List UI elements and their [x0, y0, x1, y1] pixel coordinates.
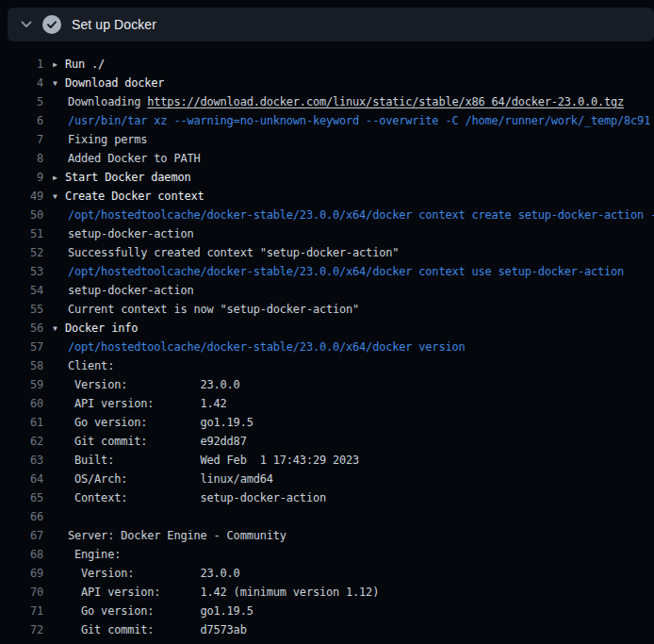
log-text: Current context is now "setup-docker-act… [53, 300, 359, 319]
line-number[interactable]: 68 [0, 545, 53, 564]
log-command-text: /usr/bin/tar xz --warning=no-unknown-key… [53, 111, 650, 130]
line-number[interactable]: 72 [0, 620, 53, 639]
chevron-down-icon[interactable] [19, 17, 34, 32]
log-text: Fixing perms [53, 130, 147, 149]
log-text: Client: [53, 356, 114, 375]
log-text: Context: setup-docker-action [53, 488, 326, 507]
line-number[interactable]: 5 [0, 92, 53, 111]
line-number[interactable]: 69 [0, 564, 53, 583]
log-text: API version: 1.42 [53, 394, 227, 413]
log-text: Go version: go1.19.5 [53, 602, 253, 620]
log-command-text: /opt/hostedtoolcache/docker-stable/23.0.… [53, 206, 654, 224]
group-expanded-icon[interactable]: ▼ [53, 320, 65, 338]
line-number[interactable]: 64 [0, 470, 53, 488]
step-title: Set up Docker [72, 17, 156, 32]
line-number[interactable]: 52 [0, 243, 53, 262]
group-title[interactable]: Run ./ [65, 58, 105, 71]
line-number[interactable]: 57 [0, 338, 53, 356]
line-number[interactable]: 51 [0, 224, 53, 243]
log-line: 61 Go version: go1.19.5 [0, 413, 654, 432]
line-number[interactable]: 65 [0, 488, 53, 507]
line-number[interactable]: 63 [0, 451, 53, 470]
log-link[interactable]: https://download.docker.com/linux/static… [147, 95, 624, 108]
log-line: 56▼Docker info [0, 319, 654, 338]
log-line: 70 API version: 1.42 (minimum version 1.… [0, 583, 654, 602]
log-line: 54setup-docker-action [0, 281, 654, 300]
log-line: 69 Version: 23.0.0 [0, 564, 654, 583]
log-group-header[interactable]: ▼Download docker [53, 74, 164, 92]
log-line: 72 Git commit: d7573ab [0, 620, 654, 639]
log-line: 1▶Run ./ [0, 55, 654, 74]
line-number[interactable]: 62 [0, 432, 53, 451]
group-expanded-icon[interactable]: ▼ [53, 188, 65, 206]
log-line: 60 API version: 1.42 [0, 394, 654, 413]
log-line: 49▼Create Docker context [0, 187, 654, 206]
log-text: Git commit: d7573ab [53, 620, 247, 639]
group-title[interactable]: Create Docker context [65, 190, 204, 203]
log-line: 7Fixing perms [0, 130, 654, 149]
line-number[interactable]: 70 [0, 583, 53, 602]
log-line: 55Current context is now "setup-docker-a… [0, 300, 654, 319]
line-number[interactable]: 50 [0, 206, 53, 224]
log-group-header[interactable]: ▶Run ./ [53, 55, 105, 74]
line-number[interactable]: 61 [0, 413, 53, 432]
log-text: Server: Docker Engine - Community [53, 526, 286, 545]
log-line: 53/opt/hostedtoolcache/docker-stable/23.… [0, 262, 654, 281]
log-text: Version: 23.0.0 [53, 375, 240, 394]
group-title[interactable]: Download docker [65, 76, 164, 90]
line-number[interactable]: 4 [0, 74, 53, 92]
log-line: 64 OS/Arch: linux/amd64 [0, 470, 654, 488]
line-number[interactable]: 54 [0, 281, 53, 300]
line-number[interactable]: 8 [0, 149, 53, 168]
log-command-text: /opt/hostedtoolcache/docker-stable/23.0.… [53, 338, 465, 356]
log-line: 5Downloading https://download.docker.com… [0, 92, 654, 111]
line-number[interactable]: 59 [0, 375, 53, 394]
log-line: 50/opt/hostedtoolcache/docker-stable/23.… [0, 206, 654, 224]
line-number[interactable]: 56 [0, 319, 53, 338]
log-text: Built: Wed Feb 1 17:43:29 2023 [53, 451, 359, 470]
log-line: 6/usr/bin/tar xz --warning=no-unknown-ke… [0, 111, 654, 130]
log-text [53, 507, 68, 526]
log-text: Version: 23.0.0 [53, 564, 240, 583]
log-group-header[interactable]: ▼Create Docker context [53, 187, 204, 206]
line-number[interactable]: 67 [0, 526, 53, 545]
line-number[interactable]: 60 [0, 394, 53, 413]
line-number[interactable]: 58 [0, 356, 53, 375]
group-collapsed-icon[interactable]: ▶ [53, 56, 65, 74]
log-line: 62 Git commit: e92dd87 [0, 432, 654, 451]
group-collapsed-icon[interactable]: ▶ [53, 169, 65, 187]
log-line: 58Client: [0, 356, 654, 375]
log-text: Downloading https://download.docker.com/… [53, 92, 624, 111]
log-text: OS/Arch: linux/amd64 [53, 470, 273, 488]
log-line: 52Successfully created context "setup-do… [0, 243, 654, 262]
line-number[interactable]: 7 [0, 130, 53, 149]
log-text: Git commit: e92dd87 [53, 432, 247, 451]
log-text: Go version: go1.19.5 [53, 413, 253, 432]
log-command-text: /opt/hostedtoolcache/docker-stable/23.0.… [53, 262, 624, 281]
line-number[interactable]: 66 [0, 507, 53, 526]
log-line: 65 Context: setup-docker-action [0, 488, 654, 507]
log-line: 63 Built: Wed Feb 1 17:43:29 2023 [0, 451, 654, 470]
group-title[interactable]: Start Docker daemon [65, 171, 190, 184]
line-number[interactable]: 1 [0, 55, 53, 74]
line-number[interactable]: 71 [0, 602, 53, 620]
log-line: 59 Version: 23.0.0 [0, 375, 654, 394]
group-expanded-icon[interactable]: ▼ [53, 74, 65, 92]
log-group-header[interactable]: ▶Start Docker daemon [53, 168, 190, 187]
group-title[interactable]: Docker info [65, 322, 138, 335]
line-number[interactable]: 55 [0, 300, 53, 319]
line-number[interactable]: 9 [0, 168, 53, 187]
line-number[interactable]: 53 [0, 262, 53, 281]
line-number[interactable]: 6 [0, 111, 53, 130]
log-line: 8Added Docker to PATH [0, 149, 654, 168]
log-line: 51setup-docker-action [0, 224, 654, 243]
log-text-prefix: Downloading [68, 95, 147, 108]
log-group-header[interactable]: ▼Docker info [53, 319, 138, 338]
log-line: 66 [0, 507, 654, 526]
step-header[interactable]: Set up Docker [8, 8, 654, 41]
log-console: 1▶Run ./4▼Download docker5Downloading ht… [0, 55, 654, 639]
line-number[interactable]: 49 [0, 187, 53, 206]
log-text: Engine: [53, 545, 121, 564]
log-line: 9▶Start Docker daemon [0, 168, 654, 187]
log-text: setup-docker-action [53, 224, 193, 243]
